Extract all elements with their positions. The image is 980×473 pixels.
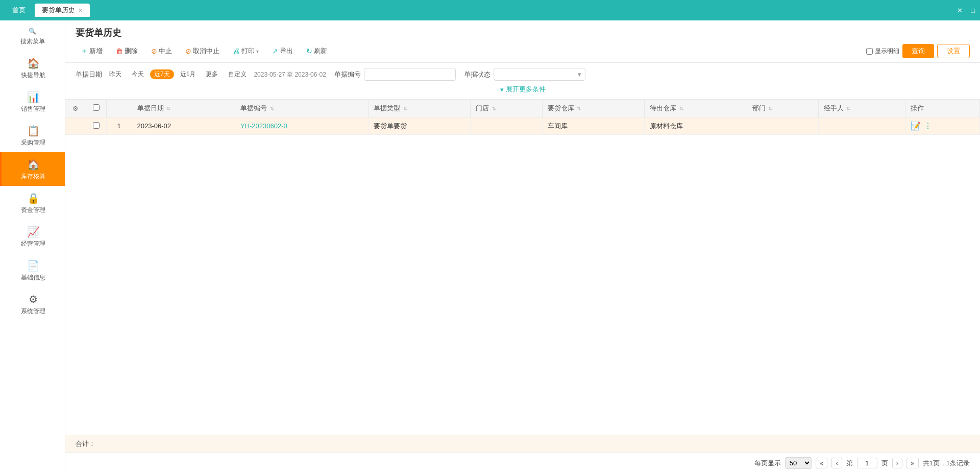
export-button[interactable]: ↗ 导出 xyxy=(267,44,298,58)
system-icon: ⚙ xyxy=(29,294,38,304)
export-label: 导出 xyxy=(280,46,293,56)
query-button[interactable]: 查询 xyxy=(902,44,934,58)
row-more-btn[interactable]: ⋮ xyxy=(924,121,932,131)
next-page-btn[interactable]: › xyxy=(892,458,902,468)
th-pending-warehouse-label: 待出仓库 xyxy=(650,104,676,112)
th-checkbox xyxy=(86,100,106,117)
row-checkbox[interactable] xyxy=(93,122,100,129)
chip-more[interactable]: 更多 xyxy=(202,69,222,79)
total-info: 共1页，1条记录 xyxy=(923,459,970,468)
sidebar-label-purchase: 采购管理 xyxy=(21,138,45,147)
prev-page-btn[interactable]: ‹ xyxy=(831,458,842,468)
main-layout: 🔍 搜索菜单 🏠 快捷导航 📊 销售管理 📋 采购管理 🏠 库存核算 🔒 资金管… xyxy=(0,20,980,473)
table-container: ⚙ 单据日期 ⇅ 单据编号 ⇅ xyxy=(65,100,980,435)
th-req-warehouse[interactable]: 要货仓库 ⇅ xyxy=(542,100,644,117)
select-all-checkbox[interactable] xyxy=(93,104,100,111)
refresh-button[interactable]: ↻ 刷新 xyxy=(301,44,332,58)
doc-number-input[interactable] xyxy=(364,68,456,81)
print-icon: 🖨 xyxy=(233,47,240,55)
row-edit-btn[interactable]: 📝 xyxy=(911,121,921,131)
filter-group-doc-status: 单据状态 xyxy=(464,68,585,81)
chip-7days[interactable]: 近7天 xyxy=(150,69,174,79)
sidebar-label-operations: 经营管理 xyxy=(21,240,45,248)
print-button[interactable]: 🖨 打印 ▾ xyxy=(228,44,264,58)
show-detail-label: 显示明细 xyxy=(875,47,899,56)
th-pending-warehouse[interactable]: 待出仓库 ⇅ xyxy=(645,100,747,117)
th-actions: 操作 xyxy=(905,100,980,117)
sidebar-label-basic-info: 基础信息 xyxy=(21,273,45,282)
th-handler[interactable]: 经手人 ⇅ xyxy=(818,100,905,117)
filter-group-doc-number: 单据编号 xyxy=(334,68,456,81)
new-icon: ＋ xyxy=(81,46,88,56)
doc-number-filter-label: 单据编号 xyxy=(334,70,361,79)
refresh-icon: ↻ xyxy=(306,47,312,55)
cancel-stop-button[interactable]: ⊘ 取消中止 xyxy=(180,44,225,58)
settings-button[interactable]: 设置 xyxy=(937,44,970,58)
th-store[interactable]: 门店 ⇅ xyxy=(471,100,542,117)
sidebar: 🔍 搜索菜单 🏠 快捷导航 📊 销售管理 📋 采购管理 🏠 库存核算 🔒 资金管… xyxy=(0,20,65,473)
th-doc-number[interactable]: 单据编号 ⇅ xyxy=(235,100,368,117)
doc-status-select[interactable] xyxy=(494,68,585,81)
sidebar-item-purchase[interactable]: 📋 采购管理 xyxy=(0,119,65,152)
show-detail-checkbox[interactable] xyxy=(866,48,873,55)
last-page-btn[interactable]: » xyxy=(906,458,918,468)
chip-custom[interactable]: 自定义 xyxy=(224,69,251,79)
th-num xyxy=(106,100,132,117)
footer-summary: 合计： xyxy=(65,435,980,453)
print-arrow-icon: ▾ xyxy=(256,49,259,54)
delete-label: 删除 xyxy=(125,46,138,56)
sidebar-label-finance: 资金管理 xyxy=(21,206,45,215)
th-department[interactable]: 部门 ⇅ xyxy=(747,100,818,117)
sidebar-item-search-menu[interactable]: 🔍 搜索菜单 xyxy=(0,20,65,51)
sidebar-item-operations[interactable]: 📈 经营管理 xyxy=(0,220,65,253)
page-label: 第 xyxy=(846,459,853,468)
sidebar-item-basic-info[interactable]: 📄 基础信息 xyxy=(0,253,65,287)
pagination: 每页显示 50 10 20 100 « ‹ 第 页 › » 共1页，1条记录 xyxy=(65,453,980,473)
per-page-select[interactable]: 50 10 20 100 xyxy=(785,457,812,469)
th-doc-date[interactable]: 单据日期 ⇅ xyxy=(132,100,235,117)
cancel-stop-label: 取消中止 xyxy=(193,46,219,56)
sort-department-icon: ⇅ xyxy=(768,106,772,111)
sidebar-item-quick-nav[interactable]: 🏠 快捷导航 xyxy=(0,51,65,85)
window-close-btn[interactable]: ✕ xyxy=(957,7,963,14)
expand-more-btn[interactable]: ▾ 展开更多条件 xyxy=(500,85,546,94)
doc-status-filter-label: 单据状态 xyxy=(464,70,491,79)
stop-button[interactable]: ⊘ 中止 xyxy=(146,44,177,58)
new-button[interactable]: ＋ 新增 xyxy=(76,44,108,58)
tab-requisition-history[interactable]: 要货单历史 ✕ xyxy=(35,4,90,17)
tab-close-icon[interactable]: ✕ xyxy=(78,7,83,14)
chip-today[interactable]: 今天 xyxy=(128,69,148,79)
date-filter-label: 单据日期 xyxy=(76,70,102,79)
sort-doc-type-icon: ⇅ xyxy=(403,106,407,111)
sidebar-label-sales: 销售管理 xyxy=(21,105,45,113)
top-bar: 首页 要货单历史 ✕ ✕ □ xyxy=(0,0,980,20)
expand-row: ▾ 展开更多条件 xyxy=(76,85,970,94)
first-page-btn[interactable]: « xyxy=(816,458,827,468)
td-actions: 📝 ⋮ xyxy=(905,117,980,135)
th-settings[interactable]: ⚙ xyxy=(65,100,86,117)
per-page-label: 每页显示 xyxy=(754,459,781,468)
td-pending-warehouse: 原材料仓库 xyxy=(645,117,747,135)
toolbar: ＋ 新增 🗑 删除 ⊘ 中止 ⊘ 取消中止 🖨 打印 xyxy=(76,44,970,62)
tab-home[interactable]: 首页 xyxy=(5,4,33,17)
td-store xyxy=(471,117,542,135)
sales-icon: 📊 xyxy=(27,92,40,102)
cancel-stop-icon: ⊘ xyxy=(185,47,191,55)
delete-button[interactable]: 🗑 删除 xyxy=(111,44,143,58)
window-maximize-btn[interactable]: □ xyxy=(971,7,975,14)
th-doc-type[interactable]: 单据类型 ⇅ xyxy=(368,100,470,117)
expand-label: 展开更多条件 xyxy=(506,85,546,94)
sidebar-item-inventory[interactable]: 🏠 库存核算 xyxy=(0,152,65,186)
tab-requisition-history-label: 要货单历史 xyxy=(42,6,75,15)
purchase-icon: 📋 xyxy=(27,126,40,136)
td-row-settings xyxy=(65,117,86,135)
sidebar-item-finance[interactable]: 🔒 资金管理 xyxy=(0,186,65,220)
sidebar-item-sales[interactable]: 📊 销售管理 xyxy=(0,85,65,119)
doc-number-link[interactable]: YH-20230602-0 xyxy=(240,122,287,130)
page-input[interactable] xyxy=(857,458,877,468)
sidebar-item-system[interactable]: ⚙ 系统管理 xyxy=(0,287,65,321)
row-actions: 📝 ⋮ xyxy=(911,121,974,131)
chip-1month[interactable]: 近1月 xyxy=(176,69,200,79)
chip-yesterday[interactable]: 昨天 xyxy=(105,69,126,79)
operations-icon: 📈 xyxy=(27,227,40,237)
